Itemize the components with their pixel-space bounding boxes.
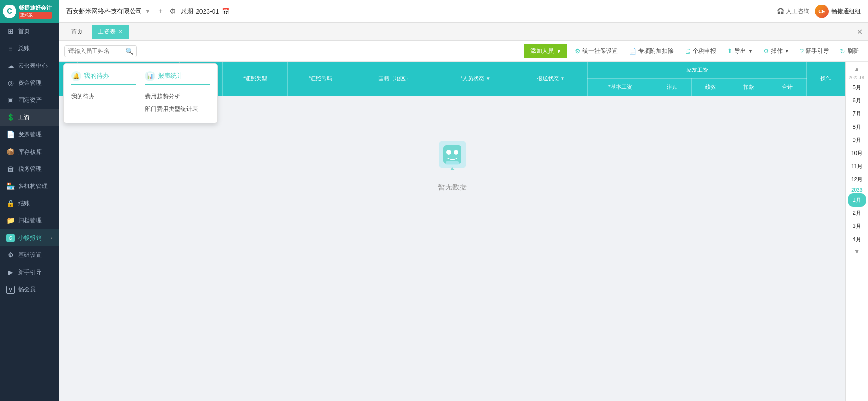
month-sidebar: ▲ 2023.01 5月 6月 7月 8月 9月 10月 11月 12月 202… (845, 62, 868, 401)
dropdown-item-cost-trend[interactable]: 费用趋势分析 (145, 90, 210, 103)
sidebar-item-label: 多机构管理 (18, 182, 48, 190)
empty-text: 暂无数据 (438, 183, 467, 192)
tax-report-label: 个税申报 (693, 47, 716, 55)
sidebar-item-inventory[interactable]: 📦 库存核算 (0, 143, 59, 160)
dropdown-col2-header: 📊 报表统计 (145, 71, 210, 85)
month-6[interactable]: 6月 (846, 94, 868, 107)
add-dropdown-arrow: ▼ (557, 48, 562, 54)
support-button[interactable]: 🎧 人工咨询 (777, 7, 810, 15)
tab-close-icon[interactable]: ✕ (118, 29, 123, 35)
sidebar-item-label: 发票管理 (18, 130, 42, 139)
year-2023-header: 2023 (851, 186, 862, 193)
month-1-active[interactable]: 1月 (848, 193, 866, 207)
topbar: 西安虾米网络科技有限公司 ▼ ＋ ⚙ 账期 2023-01 📅 🎧 人工咨询 C… (59, 0, 868, 23)
sidebar-item-archive[interactable]: 📁 归档管理 (0, 212, 59, 229)
operations-arrow: ▼ (785, 48, 789, 53)
tab-salary[interactable]: 工资表 ✕ (92, 25, 129, 39)
social-security-action[interactable]: ⚙ 统一社保设置 (571, 45, 621, 57)
year-2023-label: 2023.01 (849, 74, 865, 81)
fund-icon: ◎ (6, 79, 15, 87)
month-10[interactable]: 10月 (846, 147, 868, 160)
svg-point-2 (446, 150, 451, 155)
month-12[interactable]: 12月 (846, 173, 868, 186)
dropdown-col-report: 📊 报表统计 费用趋势分析 部门费用类型统计表 (145, 71, 210, 116)
archive-icon: 📁 (6, 217, 15, 225)
th-country: 国籍（地区） (353, 62, 436, 96)
sidebar-item-label: 首页 (18, 27, 30, 35)
search-input[interactable] (68, 48, 123, 54)
add-icon[interactable]: ＋ (157, 6, 164, 16)
month-3[interactable]: 3月 (846, 220, 868, 233)
month-nav-up[interactable]: ▲ (846, 63, 868, 74)
operations-action[interactable]: ⚙ 操作 ▼ (760, 45, 793, 57)
logo-badge: 正式版 (19, 12, 52, 19)
export-action[interactable]: ⬆ 导出 ▼ (723, 45, 756, 57)
company-selector[interactable]: 西安虾米网络科技有限公司 ▼ (66, 7, 150, 15)
month-7[interactable]: 7月 (846, 107, 868, 121)
sidebar-item-xiaochang[interactable]: G 小畅报销 ‹ (0, 229, 59, 246)
th-salary-group: 应发工资 (587, 62, 806, 79)
month-2[interactable]: 2月 (846, 207, 868, 220)
month-4[interactable]: 4月 (846, 233, 868, 246)
operations-icon: ⚙ (763, 48, 769, 55)
sidebar-item-fixed-asset[interactable]: ▣ 固定资产 (0, 92, 59, 109)
settings-icon: ⚙ (6, 251, 15, 259)
sidebar-item-basic[interactable]: ⚙ 基础设置 (0, 246, 59, 264)
th-actions: 操作 (807, 62, 845, 96)
search-icon[interactable]: 🔍 (126, 48, 133, 55)
sidebar-item-home[interactable]: ⊞ 首页 (0, 23, 59, 40)
salary-icon: 💲 (6, 113, 15, 121)
report-filter-icon[interactable]: ▼ (560, 76, 565, 81)
sidebar-item-label: 云报表中心 (18, 62, 48, 70)
month-nav-down[interactable]: ▼ (846, 246, 868, 257)
special-deduct-icon: 📄 (629, 48, 636, 55)
search-box[interactable]: 🔍 (64, 45, 137, 57)
month-8[interactable]: 8月 (846, 121, 868, 134)
xiaochang-dropdown: 🔔 我的待办 我的待办 📊 报表统计 费用趋势分析 部门费用类型统计表 (63, 63, 218, 123)
sidebar-item-label: 新手引导 (18, 268, 42, 276)
new-guide-action[interactable]: ? 新手引导 (796, 45, 833, 57)
sidebar-item-salary[interactable]: 💲 工资 (0, 109, 59, 126)
export-label: 导出 (734, 47, 746, 55)
sidebar-item-label: 资金管理 (18, 79, 42, 87)
tax-report-action[interactable]: 🖨 个税申报 (681, 45, 720, 57)
asset-icon: ▣ (6, 96, 15, 104)
special-deduct-action[interactable]: 📄 专项附加扣除 (625, 45, 677, 57)
export-arrow: ▼ (748, 48, 752, 53)
sidebar-item-ledger[interactable]: ≡ 总账 (0, 40, 59, 57)
org-icon: 🏪 (6, 182, 15, 190)
refresh-action[interactable]: ↻ 刷新 (836, 45, 863, 57)
social-security-icon: ⚙ (575, 48, 581, 55)
sidebar-item-member[interactable]: V 畅会员 (0, 281, 59, 298)
sidebar-item-tax[interactable]: 🏛 税务管理 (0, 160, 59, 178)
th-status: *人员状态 ▼ (436, 62, 514, 96)
logo-text: 畅捷通好会计 (19, 4, 52, 12)
month-9[interactable]: 9月 (846, 134, 868, 147)
user-menu[interactable]: CE 畅捷通组组 (815, 5, 861, 18)
tab-home[interactable]: 首页 (64, 25, 89, 39)
status-filter-icon[interactable]: ▼ (486, 76, 490, 81)
sidebar-item-label: 固定资产 (18, 96, 42, 104)
dropdown-col1-header: 🔔 我的待办 (71, 71, 136, 85)
period-selector[interactable]: 账期 2023-01 📅 (180, 7, 229, 15)
sidebar-item-fund[interactable]: ◎ 资金管理 (0, 74, 59, 92)
add-person-button[interactable]: 添加人员 ▼ (524, 44, 568, 58)
sidebar-item-invoice[interactable]: 📄 发票管理 (0, 126, 59, 143)
month-5[interactable]: 5月 (846, 81, 868, 94)
topbar-action-icons: ＋ ⚙ (157, 6, 176, 16)
sidebar-item-multi-org[interactable]: 🏪 多机构管理 (0, 178, 59, 195)
social-security-label: 统一社保设置 (582, 47, 618, 55)
dropdown-col-todo: 🔔 我的待办 我的待办 (71, 71, 136, 116)
tax-icon: 🏛 (6, 165, 15, 173)
inventory-icon: 📦 (6, 148, 15, 156)
month-11[interactable]: 11月 (846, 160, 868, 173)
dropdown-item-my-todo[interactable]: 我的待办 (71, 90, 136, 103)
dropdown-item-dept-cost[interactable]: 部门费用类型统计表 (145, 103, 210, 116)
report-header-icon: 📊 (145, 71, 155, 81)
sidebar-item-guide[interactable]: ▶ 新手引导 (0, 264, 59, 281)
settings-gear-icon[interactable]: ⚙ (170, 7, 176, 15)
sidebar-item-cloud-report[interactable]: ☁ 云报表中心 (0, 57, 59, 74)
close-button[interactable]: ✕ (857, 27, 863, 36)
member-icon: V (6, 286, 15, 294)
sidebar-item-closing[interactable]: 🔒 结账 (0, 195, 59, 212)
